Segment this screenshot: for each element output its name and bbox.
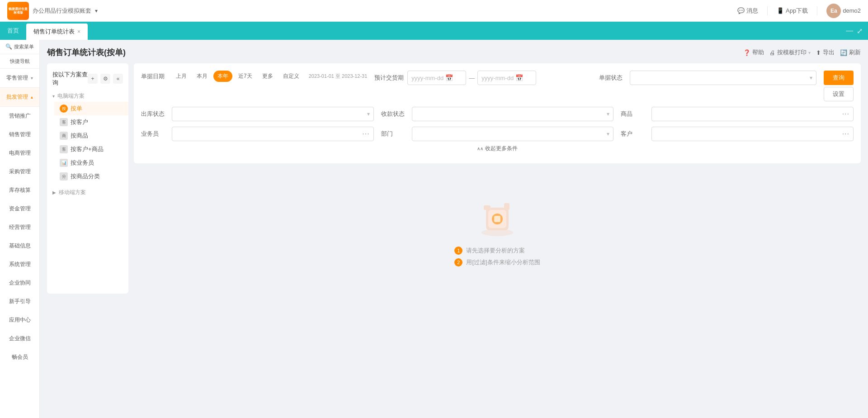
status-caret: ▾ <box>810 75 812 81</box>
export-button[interactable]: ⬆ 导出 <box>816 48 835 57</box>
filter-card: 单据日期 上月 本月 本年 近7天 更多 自定义 2023-01-01 至 20… <box>134 63 861 163</box>
customer-dots[interactable]: ··· <box>842 130 849 138</box>
topbar-dropdown-icon[interactable]: ▾ <box>95 8 98 14</box>
settings-scheme-button[interactable]: ⚙ <box>100 74 110 84</box>
nav-tabs: 首页 销售订单统计表 × — ⤢ <box>0 22 868 40</box>
empty-hint-2: 2 用[过滤]条件来缩小分析范围 <box>454 258 540 266</box>
search-icon: 🔍 <box>5 43 12 50</box>
sidebar-item-ecommerce[interactable]: 电商管理 <box>0 144 39 162</box>
sidebar-quick-nav[interactable]: 快捷导航 <box>0 54 39 69</box>
expected-date-label: 预计交货期 <box>374 74 404 82</box>
pill-custom[interactable]: 自定义 <box>279 71 303 82</box>
goods-select[interactable]: ··· <box>651 107 854 121</box>
separator <box>767 6 768 15</box>
sidebar-item-sales[interactable]: 销售管理 <box>0 125 39 144</box>
scheme-icon-customer: 客 <box>60 118 68 126</box>
scheme-icon-goods: 商 <box>60 132 68 140</box>
sidebar-item-finance[interactable]: 资金管理 <box>0 200 39 218</box>
department-label: 部门 <box>381 130 408 138</box>
separator2 <box>817 6 817 15</box>
tab-home[interactable]: 首页 <box>0 22 26 40</box>
scheme-by-customer-goods[interactable]: 客 按客户+商品 <box>54 142 128 156</box>
sidebar-item-retail[interactable]: 零售管理 ▾ <box>0 69 39 87</box>
topbar: 畅捷通好生意 标准版 办公用品行业模拟账套 ▾ 💬 消息 📱 App下载 Ea … <box>0 0 868 22</box>
date-range-text: 2023-01-01 至 2023-12-31 <box>309 73 368 80</box>
collapse-bar[interactable]: ∧∧ 收起更多条件 <box>141 141 854 156</box>
scheme-icon-order: 按 <box>60 104 68 113</box>
scheme-icon-category: 分 <box>60 172 68 180</box>
page-title: 销售订单统计表(按单) <box>47 47 126 58</box>
app-download-button[interactable]: 📱 App下载 <box>777 7 808 15</box>
print-button[interactable]: 🖨 按模板打印 ▾ <box>769 48 811 57</box>
content-area: 销售订单统计表(按单) ❓ 帮助 🖨 按模板打印 ▾ ⬆ 导出 <box>40 40 868 418</box>
pill-more[interactable]: 更多 <box>258 71 277 82</box>
tab-close-button[interactable]: × <box>77 28 80 35</box>
sidebar-item-marketing[interactable]: 营销推广 <box>0 107 39 125</box>
sidebar-item-basic-info[interactable]: 基础信息 <box>0 237 39 255</box>
salesperson-label: 业务员 <box>141 130 168 138</box>
scheme-by-category[interactable]: 分 按商品分类 <box>54 170 128 183</box>
maximize-icon[interactable]: ⤢ <box>857 27 863 35</box>
sidebar-item-member[interactable]: 畅会员 <box>0 348 39 366</box>
salesperson-select[interactable]: ··· <box>172 127 374 141</box>
scheme-by-customer[interactable]: 客 按客户 <box>54 115 128 129</box>
print-icon: 🖨 <box>769 49 775 56</box>
calendar-icon-end: 📅 <box>515 74 523 81</box>
status-label: 单据状态 <box>599 74 626 82</box>
filter-row-3: 业务员 ··· 部门 ▾ <box>141 127 854 141</box>
pill-this-year[interactable]: 本年 <box>213 71 232 82</box>
settings-button[interactable]: 设置 <box>824 87 854 101</box>
sidebar-item-purchase[interactable]: 采购管理 <box>0 162 39 181</box>
status-select[interactable]: ▾ <box>630 71 816 85</box>
retail-arrow: ▾ <box>31 76 33 81</box>
collapse-label: 收起更多条件 <box>485 145 518 152</box>
empty-hint-1: 1 请先选择要分析的方案 <box>454 247 540 255</box>
scheme-by-order[interactable]: 按 按单 <box>54 102 128 115</box>
goods-dots[interactable]: ··· <box>842 110 849 118</box>
sidebar-item-app-center[interactable]: 应用中心 <box>0 311 39 329</box>
department-caret: ▾ <box>607 131 609 137</box>
customer-select[interactable]: ··· <box>651 127 854 141</box>
svg-rect-5 <box>484 205 491 210</box>
empty-illustration <box>475 194 520 239</box>
tab-sales-order-stats[interactable]: 销售订单统计表 × <box>26 24 88 40</box>
query-button[interactable]: 查询 <box>824 71 854 85</box>
filter-row-2: 出库状态 ▾ 收款状态 ▾ <box>141 107 854 121</box>
pill-last-month[interactable]: 上月 <box>172 71 191 82</box>
salesperson-dots[interactable]: ··· <box>362 130 369 138</box>
content-panels: 按以下方案查询 + ⚙ « ▾ 电脑端方案 按 <box>47 63 861 294</box>
collection-status-label: 收款状态 <box>381 110 408 118</box>
scheme-by-goods[interactable]: 商 按商品 <box>54 129 128 142</box>
add-scheme-button[interactable]: + <box>88 74 98 84</box>
collection-status-select[interactable]: ▾ <box>412 107 614 121</box>
collapse-panel-button[interactable]: « <box>113 74 123 84</box>
pill-this-month[interactable]: 本月 <box>193 71 212 82</box>
ship-status-select[interactable]: ▾ <box>172 107 374 121</box>
refresh-button[interactable]: 🔄 刷新 <box>840 48 861 57</box>
sidebar: 🔍 搜索菜单 快捷导航 零售管理 ▾ 批发管理 ▴ 营销推广 销售管理 电商管理 <box>0 40 40 418</box>
sidebar-item-inventory[interactable]: 库存核算 <box>0 181 39 200</box>
help-button[interactable]: ❓ 帮助 <box>743 48 764 57</box>
message-button[interactable]: 💬 消息 <box>737 7 758 15</box>
expected-date-group: 预计交货期 yyyy-mm-dd 📅 — yyyy-mm-dd <box>374 71 592 85</box>
pill-last-7-days[interactable]: 近7天 <box>234 71 256 82</box>
sidebar-item-enterprise[interactable]: 企业协同 <box>0 274 39 292</box>
customer-label: 客户 <box>621 130 648 138</box>
department-select[interactable]: ▾ <box>412 127 614 141</box>
empty-state: 1 请先选择要分析的方案 2 用[过滤]条件来缩小分析范围 <box>134 167 861 294</box>
sidebar-item-operations[interactable]: 经营管理 <box>0 218 39 237</box>
left-panel-header: 按以下方案查询 + ⚙ « <box>47 69 128 90</box>
expected-date-start-input[interactable]: yyyy-mm-dd 📅 <box>407 71 466 85</box>
sidebar-item-newbie[interactable]: 新手引导 <box>0 292 39 311</box>
scheme-by-salesperson[interactable]: 📊 按业务员 <box>54 156 128 170</box>
expected-date-end-input[interactable]: yyyy-mm-dd 📅 <box>477 71 536 85</box>
expected-date-range: yyyy-mm-dd 📅 — yyyy-mm-dd 📅 <box>407 71 536 85</box>
user-menu[interactable]: Ea demo2 <box>826 4 861 18</box>
mobile-collapse-arrow: ▶ <box>52 190 56 195</box>
sidebar-item-system[interactable]: 系统管理 <box>0 255 39 274</box>
sidebar-item-wholesale[interactable]: 批发管理 ▴ <box>0 88 39 106</box>
action-buttons: 查询 设置 <box>824 71 854 101</box>
minimize-icon[interactable]: — <box>846 27 853 35</box>
sidebar-search[interactable]: 🔍 搜索菜单 <box>0 40 39 54</box>
sidebar-item-wechat[interactable]: 企业微信 <box>0 329 39 348</box>
